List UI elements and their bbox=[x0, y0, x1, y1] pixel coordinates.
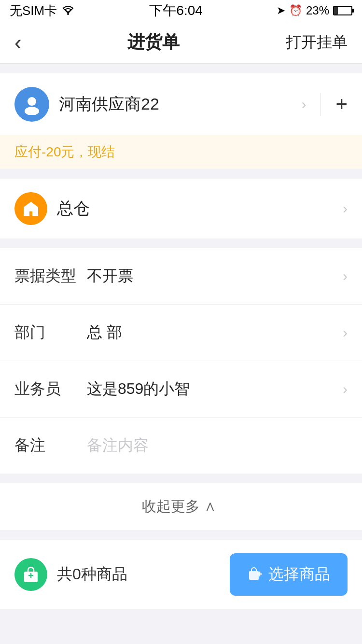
warehouse-chevron-icon: › bbox=[343, 200, 348, 217]
salesman-row[interactable]: 业务员 这是859的小智 › bbox=[0, 361, 362, 418]
open-pending-button[interactable]: 打开挂单 bbox=[286, 32, 348, 53]
wifi-icon bbox=[61, 3, 75, 18]
product-count-label: 共0种商品 bbox=[57, 564, 230, 585]
department-row[interactable]: 部门 总 部 › bbox=[0, 305, 362, 361]
svg-point-0 bbox=[67, 13, 69, 15]
remark-input[interactable]: 备注内容 bbox=[87, 435, 348, 456]
collapse-button[interactable]: 收起更多 ∧ bbox=[0, 483, 362, 530]
time-label: 下午6:04 bbox=[149, 1, 203, 20]
location-icon: ➤ bbox=[277, 4, 285, 17]
department-value: 总 部 bbox=[87, 322, 343, 343]
bottom-bar: 共0种商品 选择商品 bbox=[0, 540, 362, 609]
select-product-label: 选择商品 bbox=[268, 564, 330, 585]
svg-point-1 bbox=[28, 97, 36, 106]
supplier-section: 河南供应商22 › + 应付-20元，现结 bbox=[0, 73, 362, 169]
salesman-value: 这是859的小智 bbox=[87, 378, 343, 400]
back-button[interactable]: ‹ bbox=[14, 32, 22, 53]
notice-bar: 应付-20元，现结 bbox=[0, 135, 362, 169]
warehouse-section: 总仓 › bbox=[0, 179, 362, 238]
supplier-avatar bbox=[14, 87, 49, 122]
nav-bar: ‹ 进货单 打开挂单 bbox=[0, 21, 362, 64]
section-divider-1 bbox=[0, 64, 362, 73]
department-label: 部门 bbox=[14, 322, 77, 343]
warehouse-row[interactable]: 总仓 › bbox=[0, 179, 362, 238]
select-product-button[interactable]: 选择商品 bbox=[230, 553, 348, 596]
product-icon bbox=[14, 558, 47, 591]
carrier-label: 无SIM卡 bbox=[10, 2, 57, 19]
invoice-type-row[interactable]: 票据类型 不开票 › bbox=[0, 248, 362, 305]
add-supplier-button[interactable]: + bbox=[320, 93, 348, 116]
collapse-label: 收起更多 ∧ bbox=[142, 497, 216, 517]
svg-point-2 bbox=[25, 107, 39, 115]
gray-background bbox=[0, 609, 362, 644]
alarm-icon: ⏰ bbox=[289, 4, 302, 17]
salesman-label: 业务员 bbox=[14, 378, 77, 400]
supplier-name: 河南供应商22 bbox=[59, 93, 301, 115]
supplier-row[interactable]: 河南供应商22 › + bbox=[0, 73, 362, 135]
salesman-chevron-icon: › bbox=[343, 381, 348, 397]
invoice-chevron-icon: › bbox=[343, 268, 348, 284]
remark-row[interactable]: 备注 备注内容 bbox=[0, 418, 362, 474]
supplier-chevron-icon: › bbox=[301, 96, 306, 112]
remark-label: 备注 bbox=[14, 435, 77, 456]
svg-rect-4 bbox=[249, 571, 259, 580]
battery-icon bbox=[333, 6, 352, 15]
select-product-icon bbox=[247, 566, 264, 583]
invoice-type-label: 票据类型 bbox=[14, 266, 77, 287]
page-title: 进货单 bbox=[127, 30, 180, 54]
battery-label: 23% bbox=[306, 4, 329, 17]
invoice-type-value: 不开票 bbox=[87, 266, 343, 287]
warehouse-name: 总仓 bbox=[57, 197, 343, 220]
department-chevron-icon: › bbox=[343, 324, 348, 341]
warehouse-icon bbox=[14, 192, 47, 225]
notice-text: 应付-20元，现结 bbox=[14, 144, 115, 159]
status-bar: 无SIM卡 下午6:04 ➤ ⏰ 23% bbox=[0, 0, 362, 21]
form-section: 票据类型 不开票 › 部门 总 部 › 业务员 这是859的小智 › 备注 备注… bbox=[0, 248, 362, 474]
status-left: 无SIM卡 bbox=[10, 2, 75, 19]
status-right: ➤ ⏰ 23% bbox=[277, 4, 352, 17]
